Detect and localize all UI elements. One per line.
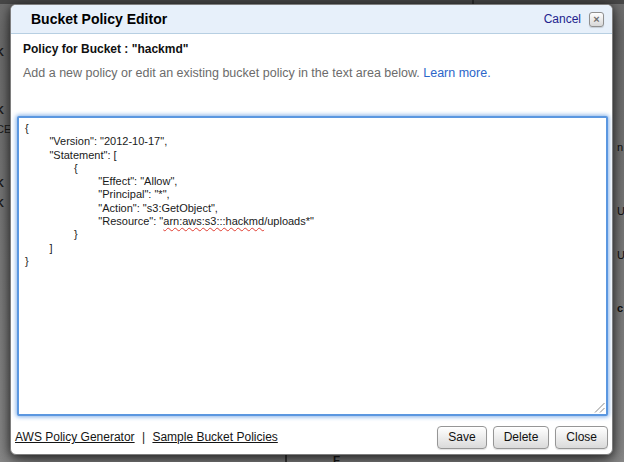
close-icon: × — [593, 14, 599, 25]
cancel-link[interactable]: Cancel — [544, 12, 581, 26]
policy-textarea[interactable]: { "Version": "2012-10-17", "Statement": … — [17, 116, 608, 416]
background-text-fragment: c — [617, 303, 623, 314]
save-button[interactable]: Save — [437, 426, 486, 449]
close-button[interactable]: × — [589, 12, 604, 27]
background-text-fragment: n — [617, 142, 623, 153]
footer-links: AWS Policy Generator | Sample Bucket Pol… — [15, 430, 278, 444]
background-text-fragment: K — [0, 105, 4, 116]
description-body: Add a new policy or edit an existing buc… — [23, 66, 420, 80]
footer-buttons: Save Delete Close — [437, 426, 608, 449]
link-separator: | — [142, 430, 145, 444]
sample-bucket-policies-link[interactable]: Sample Bucket Policies — [152, 430, 277, 444]
background-text-fragment: K — [0, 178, 4, 189]
resize-handle-icon[interactable] — [594, 402, 605, 413]
aws-policy-generator-link[interactable]: AWS Policy Generator — [15, 430, 135, 444]
learn-more-link[interactable]: Learn more. — [423, 66, 490, 80]
dialog-header: Bucket Policy Editor Cancel × — [11, 5, 612, 34]
background-text-fragment: K — [0, 198, 4, 209]
spellcheck-underline: arn:aws:s3:::hackmd — [163, 215, 264, 227]
close-dialog-button[interactable]: Close — [555, 426, 608, 449]
background-divider — [285, 454, 287, 462]
bucket-policy-editor-dialog: Bucket Policy Editor Cancel × Policy for… — [10, 4, 613, 455]
delete-button[interactable]: Delete — [493, 426, 550, 449]
background-text-fragment: K — [0, 47, 4, 58]
policy-text: { "Version": "2012-10-17", "Statement": … — [19, 118, 606, 272]
dialog-footer: AWS Policy Generator | Sample Bucket Pol… — [15, 425, 608, 449]
policy-for-bucket-heading: Policy for Bucket : "hackmd" — [23, 42, 600, 56]
background-text-fragment: U — [617, 250, 624, 261]
dialog-title: Bucket Policy Editor — [31, 11, 167, 27]
description-text: Add a new policy or edit an existing buc… — [23, 66, 600, 80]
background-text-fragment: E — [333, 455, 340, 462]
background-text-fragment: U — [617, 206, 624, 217]
